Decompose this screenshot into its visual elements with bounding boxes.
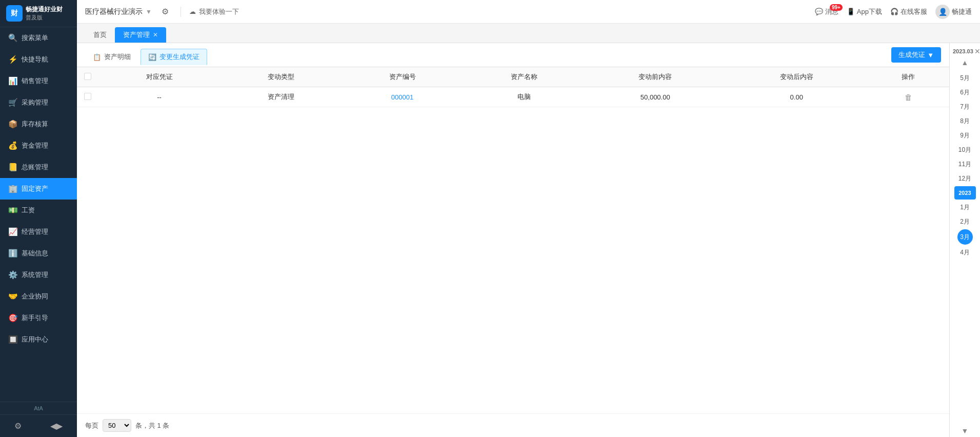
month-scroll-down-btn[interactable]: ▼ <box>959 425 971 437</box>
sidebar-item-fixed-assets[interactable]: 🏢 固定资产 <box>0 178 77 200</box>
sub-tab-asset-detail[interactable]: 📋 资产明细 <box>85 49 138 65</box>
sidebar-item-label-fixed-assets: 固定资产 <box>22 184 48 193</box>
month-item[interactable]: 6月 <box>954 86 976 99</box>
online-service-button[interactable]: 🎧 在线客服 <box>890 7 927 16</box>
month-list: 5月6月7月8月9月10月11月12月20231月2月3月4月 <box>950 69 980 425</box>
month-item[interactable]: 12月 <box>954 172 976 185</box>
month-item[interactable]: 9月 <box>954 129 976 142</box>
month-item[interactable]: 8月 <box>954 114 976 128</box>
quick-nav-icon: ⚡ <box>8 55 17 64</box>
sidebar-item-label-inventory: 库存核算 <box>22 120 48 129</box>
right-panel-month-picker: 2023.03 ✕ ⛶ ▲ 5月6月7月8月9月10月11月12月20231月2… <box>949 43 980 437</box>
app-download-label: App下载 <box>857 7 882 16</box>
select-all-checkbox[interactable] <box>84 73 91 80</box>
row-after: 0.00 <box>726 87 868 107</box>
sidebar-item-label-purchase: 采购管理 <box>22 98 48 107</box>
online-service-label: 在线客服 <box>901 7 927 16</box>
sidebar-item-quick-nav[interactable]: ⚡ 快捷导航 <box>0 49 77 70</box>
user-avatar-area[interactable]: 👤 畅捷通 <box>935 5 972 19</box>
ledger-icon: 📒 <box>8 163 17 172</box>
generate-voucher-button[interactable]: 生成凭证 ▼ <box>891 47 941 63</box>
sidebar-item-label-quick-nav: 快捷导航 <box>22 55 48 64</box>
fixed-assets-icon: 🏢 <box>8 184 17 193</box>
tab-asset-label: 资产管理 <box>123 30 150 39</box>
sidebar-item-inventory[interactable]: 📦 库存核算 <box>0 113 77 135</box>
row-voucher: -- <box>98 87 220 107</box>
funds-icon: 💰 <box>8 141 17 150</box>
year-2023-label: 2023 <box>954 186 976 200</box>
settings-gear-icon[interactable]: ⚙ <box>158 5 172 19</box>
col-header-after: 变动后内容 <box>726 67 868 87</box>
sub-tab-change-voucher[interactable]: 🔄 变更生成凭证 <box>141 49 207 65</box>
basic-info-icon: ℹ️ <box>8 249 17 258</box>
app-center-icon: 🔲 <box>8 335 17 344</box>
settings-icon[interactable]: ⚙ <box>10 419 26 433</box>
logo-icon: 财 <box>6 5 23 22</box>
company-selector[interactable]: 医疗器械行业演示 ▼ <box>85 7 152 16</box>
sidebar-item-label-cooperation: 企业协同 <box>22 292 48 301</box>
month-item[interactable]: 5月 <box>954 71 976 85</box>
right-panel-close-icon[interactable]: ✕ <box>973 46 980 56</box>
table-header-checkbox-cell <box>77 67 98 87</box>
app-download-icon: 📱 <box>847 8 855 15</box>
company-name: 医疗器械行业演示 <box>85 7 143 16</box>
tab-close-icon[interactable]: ✕ <box>153 31 158 38</box>
sidebar-item-ledger[interactable]: 📒 总账管理 <box>0 156 77 178</box>
sidebar-item-purchase[interactable]: 🛒 采购管理 <box>0 92 77 113</box>
row-checkbox[interactable] <box>84 93 91 100</box>
sidebar-item-payroll[interactable]: 💵 工资 <box>0 200 77 221</box>
change-voucher-label: 变更生成凭证 <box>159 52 199 62</box>
per-page-select[interactable]: 102050100 <box>103 419 131 432</box>
sales-icon: 📊 <box>8 76 17 86</box>
sidebar-item-system[interactable]: ⚙️ 系统管理 <box>0 264 77 286</box>
month-item[interactable]: 2月 <box>954 215 976 228</box>
delete-row-btn[interactable]: 🗑 <box>905 93 912 102</box>
sidebar-item-guide[interactable]: 🎯 新手引导 <box>0 307 77 329</box>
company-chevron-icon: ▼ <box>146 8 152 15</box>
month-scroll-up-btn[interactable]: ▲ <box>959 56 971 69</box>
sidebar-item-label-basic-info: 基础信息 <box>22 249 48 258</box>
table-wrapper: 对应凭证 变动类型 资产编号 资产名称 变动前内容 变动后内容 操作 -- 资产… <box>77 67 949 413</box>
col-header-action: 操作 <box>867 67 949 87</box>
logo-main-text: 畅捷通好业财 <box>26 5 63 14</box>
avatar: 👤 <box>935 5 950 19</box>
sidebar-item-sales[interactable]: 📊 销售管理 <box>0 70 77 92</box>
col-header-before: 变动前内容 <box>585 67 726 87</box>
payroll-icon: 💵 <box>8 206 17 215</box>
app-download-button[interactable]: 📱 App下载 <box>847 7 882 16</box>
sidebar-item-label-ledger: 总账管理 <box>22 163 48 172</box>
per-page-label: 每页 <box>85 421 98 430</box>
current-period-label: 2023.03 <box>953 48 973 54</box>
tab-home[interactable]: 首页 <box>85 27 115 43</box>
sidebar-item-basic-info[interactable]: ℹ️ 基础信息 <box>0 243 77 264</box>
message-badge: 99+ <box>830 4 843 11</box>
tab-asset-management[interactable]: 资产管理 ✕ <box>115 27 166 43</box>
experience-button[interactable]: ☁ 我要体验一下 <box>189 7 239 16</box>
data-table: 对应凭证 变动类型 资产编号 资产名称 变动前内容 变动后内容 操作 -- 资产… <box>77 67 949 107</box>
selected-month-item[interactable]: 3月 <box>957 229 973 245</box>
sidebar-item-management[interactable]: 📈 经营管理 <box>0 221 77 243</box>
sidebar: 财 畅捷通好业财 普及版 🔍 搜索菜单 ⚡ 快捷导航 📊 销售管理 🛒 采购管理… <box>0 0 77 437</box>
logo-sub-text: 普及版 <box>26 14 63 22</box>
month-item[interactable]: 4月 <box>954 246 976 259</box>
topbar-divider <box>181 7 181 17</box>
collapse-icon[interactable]: ◀▶ <box>46 419 67 433</box>
inventory-icon: 📦 <box>8 120 17 129</box>
tabbar: 首页 资产管理 ✕ <box>77 24 980 43</box>
month-item[interactable]: 7月 <box>954 100 976 113</box>
month-item[interactable]: 10月 <box>954 143 976 156</box>
user-name: 畅捷通 <box>952 7 972 16</box>
month-item[interactable]: 1月 <box>954 201 976 214</box>
experience-label: 我要体验一下 <box>199 7 239 16</box>
sidebar-item-cooperation[interactable]: 🤝 企业协同 <box>0 286 77 307</box>
sidebar-item-app-center[interactable]: 🔲 应用中心 <box>0 329 77 350</box>
sidebar-item-funds[interactable]: 💰 资金管理 <box>0 135 77 156</box>
sidebar-item-search[interactable]: 🔍 搜索菜单 <box>0 27 77 49</box>
asset-detail-label: 资产明细 <box>104 52 131 62</box>
month-item[interactable]: 11月 <box>954 157 976 171</box>
message-button[interactable]: 💬 消息 99+ <box>815 7 838 16</box>
col-header-voucher: 对应凭证 <box>98 67 220 87</box>
main-area: 医疗器械行业演示 ▼ ⚙ ☁ 我要体验一下 💬 消息 99+ 📱 App下载 🎧… <box>77 0 980 437</box>
col-header-change-type: 变动类型 <box>220 67 342 87</box>
message-icon: 💬 <box>815 8 823 15</box>
